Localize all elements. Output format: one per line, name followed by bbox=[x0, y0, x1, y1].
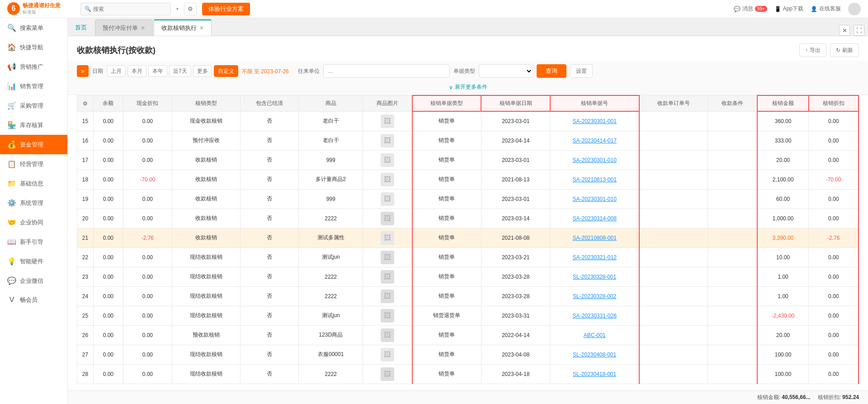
sidebar-item-guide[interactable]: 📖 新手引导 bbox=[0, 232, 67, 252]
tab-prepay-close[interactable]: ✕ bbox=[141, 25, 145, 31]
cell-no: 16 bbox=[77, 131, 94, 150]
filter-settings-btn[interactable]: 设置 bbox=[570, 64, 593, 78]
cell-cancel-bill-no: SA-20230314-008 bbox=[550, 209, 639, 228]
bill-no-link[interactable]: SA-20230321-012 bbox=[572, 254, 616, 261]
date-btn-custom[interactable]: 自定义 bbox=[214, 65, 238, 77]
bill-type-select[interactable] bbox=[479, 64, 533, 78]
online-service-btn[interactable]: 👤 在线客服 bbox=[811, 5, 841, 13]
cell-goods-image: 🖼 bbox=[363, 189, 412, 209]
col-header-receipt-order-no: 收款单订单号 bbox=[639, 95, 708, 111]
search-input[interactable] bbox=[93, 6, 167, 12]
sidebar-item-label: 企业微信 bbox=[20, 277, 43, 285]
sidebar-item-basic[interactable]: 📁 基础信息 bbox=[0, 174, 67, 193]
bill-no-link[interactable]: SA-20210808-001 bbox=[572, 235, 616, 241]
cell-cancel-discount: 0.00 bbox=[809, 150, 859, 170]
cell-cancel-bill-no: SA-20230414-017 bbox=[550, 131, 639, 150]
bill-no-link[interactable]: SA-20210813-001 bbox=[572, 176, 616, 183]
cell-balance: 0.00 bbox=[94, 150, 123, 170]
cell-cancel-amount: 2,100.00 bbox=[757, 170, 809, 189]
cell-receipt-terms bbox=[708, 364, 757, 384]
sidebar-item-finance[interactable]: 💰 资金管理 bbox=[0, 135, 67, 154]
from-unit-label: 往来单位 bbox=[298, 67, 320, 75]
industry-btn[interactable]: 体验行业方案 bbox=[202, 3, 250, 15]
sidebar-item-search[interactable]: 🔍 搜索菜单 bbox=[0, 18, 67, 38]
cell-cancel-discount: 0.00 bbox=[809, 345, 859, 364]
tab-maximize-btn[interactable]: ⛶ bbox=[854, 25, 864, 36]
sidebar-item-quicknav[interactable]: 🏠 快捷导航 bbox=[0, 38, 67, 57]
expand-more-conditions-btn[interactable]: ∨ 展开更多条件 bbox=[449, 83, 487, 91]
cell-cancel-bill-date: 2023-03-01 bbox=[481, 189, 550, 209]
col-header-cancel-bill-type: 核销单据类型 bbox=[412, 95, 481, 111]
date-btn-this-month[interactable]: 本月 bbox=[127, 65, 146, 77]
bill-no-link[interactable]: SA-20230314-008 bbox=[572, 215, 616, 222]
tab-home[interactable]: 首页 bbox=[68, 19, 94, 36]
date-btn-last-month[interactable]: 上月 bbox=[107, 65, 126, 77]
cell-no: 22 bbox=[77, 247, 94, 267]
refresh-btn[interactable]: ↻ 刷新 bbox=[830, 43, 859, 57]
sidebar-item-smart[interactable]: 💡 智能硬件 bbox=[0, 252, 67, 271]
bill-no-link[interactable]: SA-20230301-001 bbox=[572, 118, 616, 124]
enterprise-icon: 🤝 bbox=[7, 218, 16, 227]
bill-no-link[interactable]: SL-20230328-002 bbox=[573, 293, 616, 299]
tab-receivable-close[interactable]: ✕ bbox=[199, 25, 204, 31]
from-unit-input[interactable] bbox=[323, 64, 450, 78]
top-search-bar[interactable]: 🔍 bbox=[80, 3, 171, 15]
bill-no-link[interactable]: SA-20230414-017 bbox=[572, 138, 616, 144]
tab-receivable[interactable]: 收款核销执行 ✕ bbox=[154, 19, 212, 36]
sidebar-item-sales[interactable]: 📊 销售管理 bbox=[0, 76, 67, 96]
table-row: 21 0.00 -2.76 收款核销 否 测试多属性 🖼 销货单 2021-08… bbox=[77, 228, 859, 247]
date-btn-more[interactable]: 更多 bbox=[193, 65, 212, 77]
col-header-cash-discount: 现金折扣 bbox=[123, 95, 172, 111]
cell-cancel-bill-type: 销货单 bbox=[412, 228, 481, 247]
settings-icon[interactable]: ⚙ bbox=[184, 3, 197, 15]
cell-cancel-discount: -2.76 bbox=[809, 228, 859, 247]
app-download-btn[interactable]: 📱 App下载 bbox=[774, 5, 803, 13]
cell-receipt-order-no bbox=[639, 345, 708, 364]
bill-no-link[interactable]: ABC-001 bbox=[584, 332, 606, 338]
bill-no-link[interactable]: SA-20230301-010 bbox=[572, 196, 616, 202]
cell-balance: 0.00 bbox=[94, 306, 123, 325]
cell-no: 17 bbox=[77, 150, 94, 170]
date-btn-7days[interactable]: 近7天 bbox=[169, 65, 191, 77]
col-header-gear[interactable]: ⚙ bbox=[77, 95, 94, 111]
cell-cancel-discount: 0.00 bbox=[809, 209, 859, 228]
bill-no-link[interactable]: SL-20230418-001 bbox=[573, 371, 616, 377]
header-actions: ↑ 导出 ↻ 刷新 bbox=[799, 43, 859, 57]
bill-no-link[interactable]: SL-20230408-001 bbox=[573, 352, 616, 358]
bill-no-link[interactable]: SL-20230328-001 bbox=[573, 274, 616, 280]
sidebar-item-inventory[interactable]: 🏪 库存核算 bbox=[0, 115, 67, 135]
cell-cash-discount: 0.00 bbox=[123, 131, 172, 150]
table-row: 22 0.00 0.00 现结收款核销 否 测试jun 🖼 销货单 2023-0… bbox=[77, 247, 859, 267]
bill-no-link[interactable]: SA-20230331-026 bbox=[572, 313, 616, 319]
sidebar-item-marketing[interactable]: 📢 营销推广 bbox=[0, 57, 67, 76]
export-btn[interactable]: ↑ 导出 bbox=[799, 43, 826, 57]
notifications-btn[interactable]: 💬 消息 99+ bbox=[734, 5, 767, 13]
col-header-goods-image: 商品图片 bbox=[363, 95, 412, 111]
filter-expand-btn[interactable]: » bbox=[77, 65, 89, 77]
sidebar-item-operations[interactable]: 📋 经营管理 bbox=[0, 154, 67, 174]
cell-include-settled: 否 bbox=[240, 247, 299, 267]
cell-receipt-order-no bbox=[639, 364, 708, 384]
sidebar-item-wechat[interactable]: 💬 企业微信 bbox=[0, 271, 67, 290]
cell-cancel-bill-date: 2023-03-21 bbox=[481, 247, 550, 267]
sidebar-item-member[interactable]: V 畅会员 bbox=[0, 290, 67, 309]
cell-cancel-amount: 333.00 bbox=[757, 131, 809, 150]
query-btn[interactable]: 查询 bbox=[537, 64, 566, 78]
cell-balance: 0.00 bbox=[94, 345, 123, 364]
cell-receipt-terms bbox=[708, 150, 757, 170]
sidebar-item-enterprise[interactable]: 🤝 企业协同 bbox=[0, 213, 67, 232]
sidebar-item-system[interactable]: ⚙️ 系统管理 bbox=[0, 193, 67, 213]
cell-cancel-bill-type: 销货单 bbox=[412, 111, 481, 131]
sidebar-item-purchase[interactable]: 🛒 采购管理 bbox=[0, 96, 67, 115]
sidebar-item-label: 系统管理 bbox=[20, 199, 43, 207]
user-avatar[interactable] bbox=[848, 3, 861, 15]
tab-close-all-btn[interactable]: ✕ bbox=[839, 25, 850, 36]
col-header-cancel-amount: 核销金额 bbox=[757, 95, 809, 111]
bill-no-link[interactable]: SA-20230301-010 bbox=[572, 157, 616, 163]
cell-cancel-discount: 0.00 bbox=[809, 267, 859, 286]
date-filter-label: 日期 bbox=[92, 67, 103, 75]
sidebar-item-label: 库存核算 bbox=[20, 121, 43, 129]
date-btn-this-year[interactable]: 本年 bbox=[148, 65, 167, 77]
cell-receipt-order-no bbox=[639, 228, 708, 247]
tab-prepay[interactable]: 预付冲应付单 ✕ bbox=[95, 19, 153, 36]
